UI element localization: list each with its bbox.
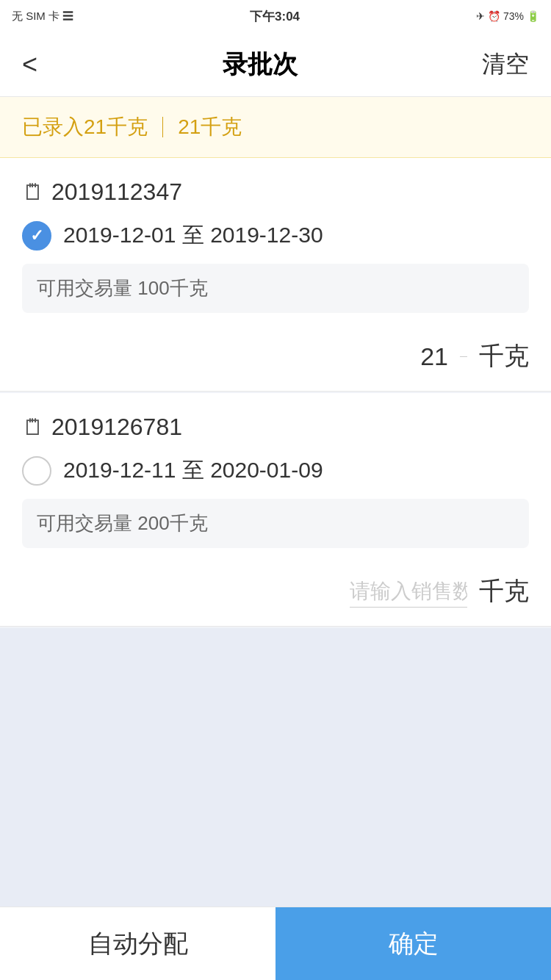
status-left: 无 SIM 卡 ☰ [12,10,73,24]
auto-distribute-button[interactable]: 自动分配 [0,907,276,980]
batch-2-radio[interactable] [22,456,51,486]
batch-1-id: 2019112347 [51,179,182,206]
location-icon: ✈ [476,10,485,22]
batch-1-id-icon: 🗒 [22,180,44,205]
status-right: ✈ ⏰ 73% 🔋 [476,10,539,22]
batch-2-row: 2019-12-11 至 2020-01-09 [0,448,551,493]
recorded-label: 已录入21千克 [22,113,148,141]
page-title: 录批次 [223,48,298,82]
batch-2-header: 🗒 2019126781 [0,393,551,448]
battery-icon: 🔋 [527,10,539,22]
confirm-button[interactable]: 确定 [276,907,551,980]
back-button[interactable]: < [22,51,37,78]
batch-2-id-icon: 🗒 [22,415,44,440]
status-bar: 无 SIM 卡 ☰ 下午3:04 ✈ ⏰ 73% 🔋 [0,0,551,32]
info-divider [162,117,163,137]
fill-area [0,628,551,907]
batch-1-available: 可用交易量 100千克 [22,264,529,313]
batch-2-unit: 千克 [479,574,529,608]
batch-2-date: 2019-12-11 至 2020-01-09 [63,455,323,486]
content-area: 🗒 2019112347 2019-12-01 至 2019-12-30 可用交… [0,158,551,980]
batch-1-unit: 千克 [479,339,529,373]
battery-label: 73% [503,10,524,22]
batch-1-quantity-value: 21 [420,342,448,371]
recorded-value: 21千克 [178,113,242,141]
clear-button[interactable]: 清空 [482,48,529,81]
batch-1-date: 2019-12-01 至 2019-12-30 [63,220,323,251]
batch-2-available: 可用交易量 200千克 [22,499,529,548]
nav-bar: < 录批次 清空 [0,32,551,97]
batch-1-radio[interactable] [22,221,51,251]
info-banner: 已录入21千克 21千克 [0,97,551,158]
batch-2-quantity-input[interactable] [350,575,467,608]
batch-1-row: 2019-12-01 至 2019-12-30 [0,213,551,258]
bottom-bar: 自动分配 确定 [0,907,551,980]
batch-card-1: 🗒 2019112347 2019-12-01 至 2019-12-30 可用交… [0,158,551,392]
status-time: 下午3:04 [250,8,300,25]
batch-card-2: 🗒 2019126781 2019-12-11 至 2020-01-09 可用交… [0,393,551,627]
sim-label: 无 SIM 卡 ☰ [12,10,73,24]
batch-2-input-row: 千克 [0,560,551,627]
batch-2-id: 2019126781 [51,414,182,441]
batch-1-input-row: 21 千克 [0,325,551,392]
batch-1-header: 🗒 2019112347 [0,158,551,213]
alarm-icon: ⏰ [488,10,500,22]
